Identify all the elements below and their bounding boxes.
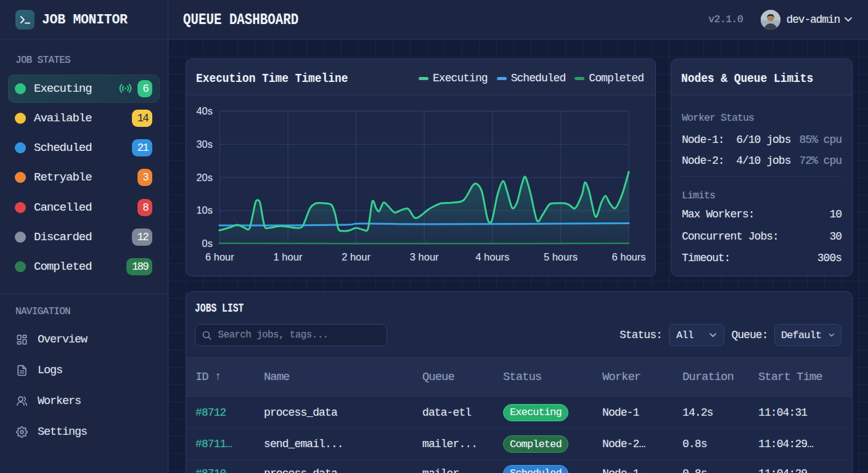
svg-text:4 hours: 4 hours [475,251,509,262]
svg-text:0s: 0s [202,238,213,249]
svg-text:5 hours: 5 hours [544,251,578,262]
svg-text:30s: 30s [196,139,213,150]
svg-text:20s: 20s [196,172,213,183]
svg-text:6 hour: 6 hour [205,251,234,262]
svg-text:10s: 10s [196,204,213,216]
svg-text:1 hour: 1 hour [274,251,303,262]
svg-text:6 hours: 6 hours [612,251,645,262]
svg-text:40s: 40s [196,105,213,116]
svg-text:2 hour: 2 hour [342,251,371,262]
svg-text:3 hour: 3 hour [410,251,439,262]
